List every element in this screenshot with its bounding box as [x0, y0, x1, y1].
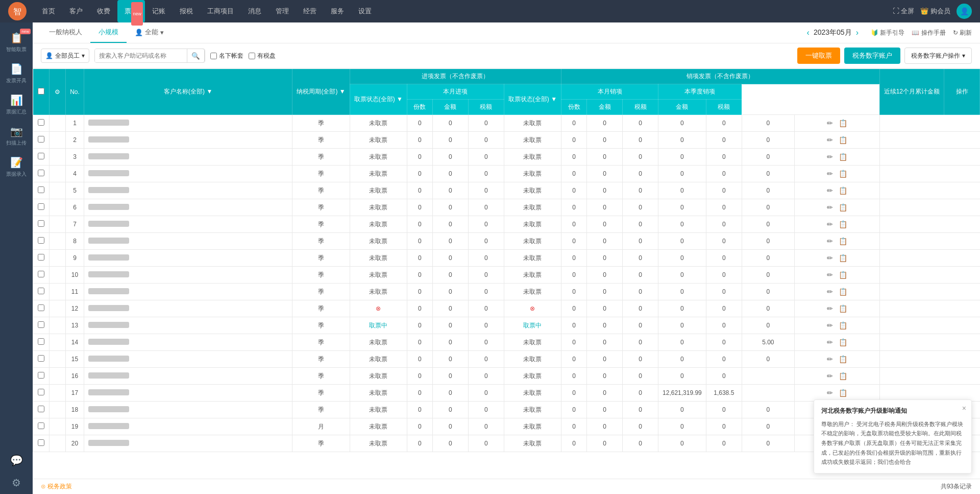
row-checkbox-15[interactable] — [33, 368, 50, 385]
edit-btn-11[interactable]: ✏ — [825, 303, 835, 314]
edit-btn-3[interactable]: ✏ — [825, 169, 835, 179]
has-tax-filter[interactable]: 有税盘 — [249, 52, 276, 60]
sidebar-item-invoice-issue[interactable]: 📄 发票开具 — [0, 58, 33, 89]
edit-btn-5[interactable]: ✏ — [825, 202, 835, 213]
search-button[interactable]: 🔍 — [187, 49, 205, 63]
edit-btn-15[interactable]: ✏ — [825, 371, 835, 381]
nav-operation[interactable]: 经营 — [296, 0, 324, 22]
row-checkbox-7[interactable] — [33, 233, 50, 250]
copy-btn-1[interactable]: 📋 — [837, 135, 849, 145]
nav-invoice[interactable]: 票据 new — [117, 0, 145, 22]
fullscreen-btn[interactable]: ⛶ 全屏 — [893, 7, 915, 16]
edit-btn-1[interactable]: ✏ — [825, 135, 835, 145]
copy-btn-8[interactable]: 📋 — [837, 253, 849, 263]
sidebar-item-smart-ticket[interactable]: 📋 智能取票 new — [0, 27, 33, 58]
row-checkbox-14[interactable] — [33, 351, 50, 368]
copy-btn-2[interactable]: 📋 — [837, 152, 849, 162]
copy-btn-13[interactable]: 📋 — [837, 337, 849, 347]
edit-btn-4[interactable]: ✏ — [825, 185, 835, 196]
copy-btn-14[interactable]: 📋 — [837, 354, 849, 364]
tax-digital-op-btn[interactable]: 税务数字账户操作 ▾ — [904, 48, 972, 64]
edit-btn-10[interactable]: ✏ — [825, 287, 835, 297]
has-tax-checkbox[interactable] — [249, 53, 255, 59]
nav-accounting[interactable]: 记账 — [145, 0, 173, 22]
nav-service[interactable]: 服务 — [324, 0, 351, 22]
new-guide-btn[interactable]: 🔰 新手引导 — [871, 29, 904, 37]
row-checkbox-8[interactable] — [33, 250, 50, 267]
employee-filter[interactable]: 👤 全部员工 ▾ — [41, 49, 89, 63]
nav-settings[interactable]: 设置 — [351, 0, 379, 22]
edit-btn-14[interactable]: ✏ — [825, 354, 835, 364]
row-checkbox-4[interactable] — [33, 182, 50, 199]
row-checkbox-19[interactable] — [33, 435, 50, 452]
edit-btn-2[interactable]: ✏ — [825, 152, 835, 162]
col-client-name-header[interactable]: 客户名称(全部) ▼ — [84, 69, 292, 115]
user-avatar[interactable]: 👤 — [957, 4, 972, 19]
tab-small-scale[interactable]: 小规模 — [90, 22, 127, 43]
row-checkbox-3[interactable] — [33, 166, 50, 182]
nav-tax[interactable]: 报税 — [173, 0, 200, 22]
copy-btn-0[interactable]: 📋 — [837, 118, 849, 128]
copy-btn-7[interactable]: 📋 — [837, 236, 849, 246]
under-ledger-filter[interactable]: 名下帐套 — [210, 52, 243, 60]
edit-btn-7[interactable]: ✏ — [825, 236, 835, 246]
nav-client[interactable]: 客户 — [62, 0, 90, 22]
notification-close-btn[interactable]: × — [962, 404, 966, 412]
row-checkbox-11[interactable] — [33, 300, 50, 317]
tab-all[interactable]: 👤 全能 ▾ — [127, 22, 172, 43]
select-all-checkbox[interactable] — [38, 88, 44, 95]
row-checkbox-17[interactable] — [33, 402, 50, 418]
sidebar-item-gear[interactable]: ⚙ — [0, 472, 33, 494]
edit-btn-8[interactable]: ✏ — [825, 253, 835, 263]
copy-btn-15[interactable]: 📋 — [837, 371, 849, 381]
row-checkbox-16[interactable] — [33, 385, 50, 402]
row-checkbox-10[interactable] — [33, 284, 50, 300]
tax-policy-link[interactable]: ⊙ 税务政策 — [41, 482, 72, 491]
edit-btn-6[interactable]: ✏ — [825, 219, 835, 229]
nav-business[interactable]: 工商项目 — [200, 0, 241, 22]
col-fetch-status-out-header[interactable]: 取票状态(全部) ▼ — [504, 84, 561, 115]
row-checkbox-5[interactable] — [33, 199, 50, 216]
copy-btn-5[interactable]: 📋 — [837, 202, 849, 213]
refresh-btn[interactable]: ↻ 刷新 — [953, 29, 972, 37]
sidebar-item-ticket-entry[interactable]: 📝 票据录入 — [0, 151, 33, 182]
edit-btn-9[interactable]: ✏ — [825, 270, 835, 280]
copy-btn-10[interactable]: 📋 — [837, 287, 849, 297]
edit-btn-12[interactable]: ✏ — [825, 320, 835, 331]
sidebar-item-invoice-summary[interactable]: 📊 票据汇总 — [0, 89, 33, 120]
date-prev-btn[interactable]: ‹ — [807, 28, 810, 37]
nav-message[interactable]: 消息 — [241, 0, 268, 22]
nav-manage[interactable]: 管理 — [268, 0, 296, 22]
row-checkbox-2[interactable] — [33, 149, 50, 166]
row-checkbox-18[interactable] — [33, 418, 50, 435]
col-fetch-status-in-header[interactable]: 取票状态(全部) ▼ — [350, 84, 407, 115]
row-checkbox-1[interactable] — [33, 132, 50, 149]
row-checkbox-6[interactable] — [33, 216, 50, 233]
copy-btn-9[interactable]: 📋 — [837, 270, 849, 280]
sidebar-item-scan-upload[interactable]: 📷 扫描上传 — [0, 120, 33, 151]
copy-btn-16[interactable]: 📋 — [837, 388, 849, 398]
row-checkbox-0[interactable] — [33, 115, 50, 132]
manual-btn[interactable]: 📖 操作手册 — [912, 29, 945, 37]
edit-btn-13[interactable]: ✏ — [825, 337, 835, 347]
under-ledger-checkbox[interactable] — [210, 53, 217, 59]
copy-btn-6[interactable]: 📋 — [837, 219, 849, 229]
copy-btn-4[interactable]: 📋 — [837, 185, 849, 196]
row-checkbox-9[interactable] — [33, 267, 50, 284]
row-checkbox-12[interactable] — [33, 317, 50, 334]
member-btn[interactable]: 👑 购会员 — [920, 7, 950, 16]
copy-btn-3[interactable]: 📋 — [837, 169, 849, 179]
sidebar-item-chat[interactable]: 💬 — [0, 449, 33, 472]
edit-btn-0[interactable]: ✏ — [825, 118, 835, 128]
one-click-fetch-btn[interactable]: 一键取票 — [797, 48, 840, 64]
tab-general-taxpayer[interactable]: 一般纳税人 — [41, 22, 90, 43]
row-checkbox-13[interactable] — [33, 334, 50, 351]
copy-btn-11[interactable]: 📋 — [837, 303, 849, 314]
col-tax-period-header[interactable]: 纳税周期(全部) ▼ — [292, 69, 350, 115]
tax-digital-btn[interactable]: 税务数字账户 — [844, 48, 900, 64]
nav-home[interactable]: 首页 — [35, 0, 62, 22]
copy-btn-12[interactable]: 📋 — [837, 320, 849, 331]
search-input[interactable] — [95, 49, 187, 63]
nav-billing[interactable]: 收费 — [90, 0, 117, 22]
edit-btn-16[interactable]: ✏ — [825, 388, 835, 398]
